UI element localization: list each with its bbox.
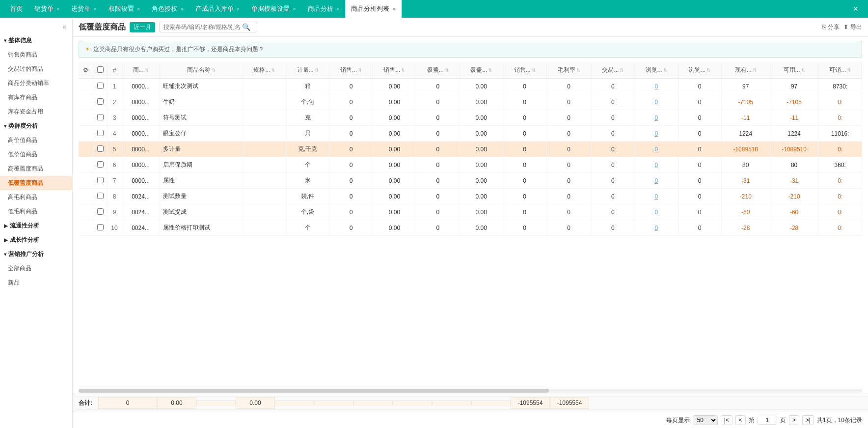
col-trade-header[interactable]: 交易...⇅ — [591, 62, 634, 79]
sidebar-item-inventory-value[interactable]: 库存资金占用 — [0, 105, 72, 119]
sidebar-section-marketing[interactable]: ▾ 营销推广分析 — [0, 247, 72, 261]
row-checkbox[interactable] — [97, 208, 104, 215]
sidebar-item-traded-products[interactable]: 交易过的商品 — [0, 62, 72, 76]
checkbox-cell[interactable] — [93, 189, 107, 204]
nav-role-auth[interactable]: 角色授权 × — [146, 0, 189, 18]
sidebar-section-growth[interactable]: ▶ 成长性分析 — [0, 233, 72, 247]
nav-product-analysis[interactable]: 商品分析 × — [302, 0, 345, 18]
checkbox-cell[interactable] — [93, 220, 107, 236]
row-checkbox[interactable] — [97, 224, 104, 230]
row-checkbox[interactable] — [97, 130, 104, 136]
col-name-header[interactable]: 商品名称⇅ — [160, 62, 243, 79]
settings-column-header[interactable]: ⚙ — [79, 62, 93, 79]
row-checkbox[interactable] — [97, 83, 104, 89]
col-sales-xxx-header[interactable]: 销售...⇅ — [503, 62, 546, 79]
nav-finished-goods[interactable]: 产成品入库单 × — [190, 0, 245, 18]
sidebar-section-overall[interactable]: ▾ 整体信息 — [0, 33, 72, 48]
horizontal-scrollbar[interactable] — [79, 389, 862, 393]
col-code-header[interactable]: 商...⇅ — [122, 62, 160, 79]
col-unit-header[interactable]: 计量...⇅ — [286, 62, 329, 79]
next-page-button[interactable]: > — [789, 415, 799, 425]
checkbox-cell[interactable] — [93, 204, 107, 220]
sidebar-item-high-value[interactable]: 高价值商品 — [0, 133, 72, 147]
browse1[interactable]: 0 — [635, 220, 678, 236]
last-page-button[interactable]: >| — [802, 415, 814, 425]
sidebar-item-low-value[interactable]: 低价值商品 — [0, 147, 72, 162]
window-close-button[interactable]: × — [847, 4, 864, 14]
browse1[interactable]: 0 — [635, 110, 678, 126]
close-icon[interactable]: × — [56, 6, 59, 12]
close-icon[interactable]: × — [137, 6, 140, 12]
browse1[interactable]: 0 — [635, 79, 678, 94]
browse1[interactable]: 0 — [635, 173, 678, 189]
col-sales-qty-header[interactable]: 销售...⇅ — [329, 62, 373, 79]
sidebar-item-high-margin[interactable]: 高毛利商品 — [0, 190, 72, 204]
search-input[interactable] — [163, 24, 242, 30]
close-icon[interactable]: × — [237, 6, 240, 12]
browse1[interactable]: 0 — [635, 189, 678, 204]
col-browse1-header[interactable]: 浏览...⇅ — [635, 62, 678, 79]
sidebar-item-low-coverage[interactable]: 低覆盖度商品 — [0, 176, 72, 190]
row-checkbox[interactable] — [97, 193, 104, 199]
col-gross-rate-header[interactable]: 毛利率⇅ — [546, 62, 591, 79]
sidebar-item-category-turnover[interactable]: 商品分类动销率 — [0, 76, 72, 90]
checkbox-cell[interactable] — [93, 110, 107, 126]
col-current-stock-header[interactable]: 现有...⇅ — [721, 62, 770, 79]
col-browse2-header[interactable]: 浏览...⇅ — [678, 62, 721, 79]
col-sales-amt-header[interactable]: 销售...⇅ — [373, 62, 416, 79]
sidebar-section-liquidity[interactable]: ▶ 流通性分析 — [0, 219, 72, 233]
close-icon[interactable]: × — [392, 6, 395, 12]
close-icon[interactable]: × — [293, 6, 296, 12]
close-icon[interactable]: × — [336, 6, 339, 12]
row-checkbox[interactable] — [97, 98, 104, 105]
browse1[interactable]: 0 — [635, 142, 678, 157]
browse1[interactable]: 0 — [635, 204, 678, 220]
col-spec-header[interactable]: 规格...⇅ — [243, 62, 286, 79]
col-avail-stock-header[interactable]: 可用...⇅ — [770, 62, 818, 79]
scrollbar-thumb[interactable] — [79, 389, 549, 393]
close-icon[interactable]: × — [180, 6, 183, 12]
sidebar-collapse-button[interactable]: « — [60, 22, 68, 31]
sidebar-item-high-coverage[interactable]: 高覆盖度商品 — [0, 162, 72, 176]
checkbox-cell[interactable] — [93, 142, 107, 157]
row-checkbox[interactable] — [97, 161, 104, 168]
browse1[interactable]: 0 — [635, 94, 678, 110]
nav-sales-order[interactable]: 销货单 × — [28, 0, 65, 18]
sidebar-section-cluster[interactable]: ▾ 类群度分析 — [0, 119, 72, 133]
checkbox-cell[interactable] — [93, 126, 107, 142]
nav-home[interactable]: 首页 — [4, 0, 28, 18]
sidebar-item-stocked-products[interactable]: 有库存商品 — [0, 90, 72, 105]
sidebar-item-new-products[interactable]: 新品 — [0, 276, 72, 290]
close-icon[interactable]: × — [93, 6, 96, 12]
checkbox-cell[interactable] — [93, 94, 107, 110]
share-button[interactable]: ⎘ 分享 — [822, 23, 840, 31]
checkbox-cell[interactable] — [93, 157, 107, 173]
page-number-input[interactable] — [758, 416, 777, 425]
sidebar-item-low-margin[interactable]: 低毛利商品 — [0, 204, 72, 219]
nav-product-analysis-list[interactable]: 商品分析列表 × — [345, 0, 401, 18]
row-checkbox[interactable] — [97, 145, 104, 152]
browse1[interactable]: 0 — [635, 126, 678, 142]
col-saleable-header[interactable]: 可销...⇅ — [818, 62, 862, 79]
col-coverage-qty-header[interactable]: 覆盖...⇅ — [416, 62, 460, 79]
sidebar-item-all-products[interactable]: 全部商品 — [0, 261, 72, 276]
nav-purchase-order[interactable]: 进货单 × — [65, 0, 102, 18]
first-page-button[interactable]: |< — [721, 415, 732, 425]
per-page-select[interactable]: 50 100 200 — [693, 415, 718, 425]
export-button[interactable]: ⬆ 导出 — [843, 23, 862, 31]
prev-page-button[interactable]: < — [735, 415, 746, 425]
row-checkbox[interactable] — [97, 114, 104, 120]
browse1[interactable]: 0 — [635, 157, 678, 173]
col-coverage-rate-header[interactable]: 覆盖...⇅ — [460, 62, 503, 79]
settings-cell — [79, 173, 93, 189]
sidebar-item-sales-products[interactable]: 销售类商品 — [0, 48, 72, 62]
row-checkbox[interactable] — [97, 177, 104, 183]
nav-template-settings[interactable]: 单据模板设置 × — [245, 0, 301, 18]
nav-permissions[interactable]: 权限设置 × — [103, 0, 146, 18]
select-all-header[interactable] — [93, 62, 107, 79]
checkbox-cell[interactable] — [93, 173, 107, 189]
select-all-checkbox[interactable] — [97, 66, 104, 73]
time-range-button[interactable]: 近一月 — [130, 22, 155, 32]
product-table-container[interactable]: ⚙ # 商...⇅ 商品名称⇅ 规格...⇅ 计量... — [79, 62, 862, 388]
checkbox-cell[interactable] — [93, 79, 107, 94]
